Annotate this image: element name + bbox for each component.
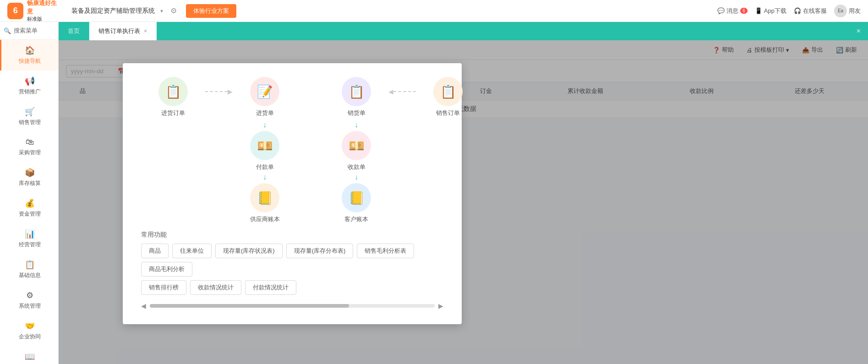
flow-top-row: 📋 进货订单 ▶ 📝 — [141, 77, 443, 117]
func-buttons-row2: 销售排行榜 收款情况统计 付款情况统计 — [141, 280, 443, 295]
modal-overlay: 📋 进货订单 ▶ 📝 — [59, 40, 868, 364]
close-all-tabs[interactable]: × — [849, 27, 868, 35]
sidebar-item-beginner[interactable]: 📖 新手引导 — [0, 346, 58, 364]
func-btn-product-profit[interactable]: 商品毛利分析 — [141, 262, 192, 277]
tab-home[interactable]: 首页 — [59, 22, 89, 40]
func-btn-sales-profit[interactable]: 销售毛利分析表 — [357, 244, 414, 258]
sales-icon: 🛒 — [25, 107, 35, 117]
mid-arrows-row: ↓ ↓ — [141, 121, 443, 129]
down-arrow-receipt: ↓ — [324, 173, 388, 181]
logo-area: 6 畅康通好生意 标准版 — [7, 0, 62, 22]
flow-modal: 📋 进货订单 ▶ 📝 — [123, 63, 462, 324]
modal-scrollbar: ◀ ▶ — [141, 299, 443, 315]
sidebar-item-operations[interactable]: 📊 经营管理 — [0, 223, 58, 254]
system-title: 装备及固定资产辅助管理系统 — [71, 7, 155, 15]
system-icon: ⚙ — [26, 290, 33, 300]
scroll-left-arrow[interactable]: ◀ — [141, 302, 146, 310]
sidebar-item-basic-info[interactable]: 📋 基础信息 — [0, 254, 58, 285]
flow-mid-row: 💴 付款单 💴 收款单 — [141, 131, 443, 171]
marketing-icon: 📢 — [25, 76, 35, 86]
app-download-item[interactable]: 📱 App下载 — [755, 7, 786, 15]
arrow-purchase-order-to-bill: ▶ — [205, 88, 233, 106]
scrollbar-track[interactable] — [150, 304, 435, 308]
operations-icon: 📊 — [25, 229, 35, 239]
flow-node-sales-order[interactable]: 📋 销售订单 — [416, 77, 480, 117]
finance-icon: 💰 — [25, 198, 35, 208]
payment-circle[interactable]: 💴 — [250, 131, 279, 160]
sidebar-item-inventory[interactable]: 📦 库存核算 — [0, 162, 58, 193]
basic-info-icon: 📋 — [25, 260, 35, 270]
flow-node-purchase-order[interactable]: 📋 进货订单 — [141, 77, 205, 117]
func-buttons-row1: 商品 往来单位 现存量(库存状况表) 现存量(库存分布表) 销售毛利分析表 商品… — [141, 244, 443, 277]
func-btn-product[interactable]: 商品 — [141, 244, 169, 258]
scroll-right-arrow[interactable]: ▶ — [438, 302, 443, 310]
scrollbar-thumb — [150, 304, 349, 308]
search-icon: 🔍 — [4, 27, 11, 34]
system-settings-icon[interactable]: ⚙ — [170, 6, 177, 15]
message-icon: 💬 — [717, 7, 725, 14]
sidebar-item-marketing[interactable]: 📢 营销推广 — [0, 71, 58, 101]
func-btn-receipt-stats[interactable]: 收款情况统计 — [190, 280, 241, 295]
flow-node-supplier-ledger[interactable]: 📒 供应商账本 — [233, 183, 297, 223]
flow-node-payment[interactable]: 💴 付款单 — [233, 131, 297, 171]
bottom-arrows-row: ↓ ↓ — [141, 173, 443, 181]
search-menu[interactable]: 🔍 搜索菜单 — [0, 22, 58, 40]
close-tab-icon[interactable]: × — [144, 28, 147, 34]
sidebar: 🔍 搜索菜单 🏠 快捷导航 📢 营销推广 🛒 销售管理 🛍 采购管理 📦 — [0, 22, 59, 364]
sidebar-item-purchase[interactable]: 🛍 采购管理 — [0, 132, 58, 162]
flow-node-sales-bill[interactable]: 📋 销货单 — [324, 77, 388, 117]
download-icon: 📱 — [755, 7, 762, 14]
sidebar-item-quick-nav[interactable]: 🏠 快捷导航 — [0, 40, 58, 71]
trial-button[interactable]: 体验行业方案 — [186, 4, 236, 18]
purchase-icon: 🛍 — [26, 137, 34, 147]
message-item[interactable]: 💬 消息 6 — [717, 7, 748, 15]
func-btn-stock-dist[interactable]: 现存量(库存分布表) — [286, 244, 354, 258]
online-service-item[interactable]: 🎧 在线客服 — [794, 7, 827, 15]
avatar: Ea — [834, 5, 847, 17]
beginner-icon: 📖 — [25, 352, 35, 362]
logo-icon: 6 — [7, 3, 23, 19]
common-functions-title: 常用功能 — [141, 231, 443, 239]
service-icon: 🎧 — [794, 7, 801, 14]
flow-node-purchase-bill[interactable]: 📝 进货单 — [233, 77, 297, 117]
func-btn-stock-status[interactable]: 现存量(库存状况表) — [215, 244, 283, 258]
flow-node-receipt[interactable]: 💴 收款单 — [324, 131, 388, 171]
func-btn-payment-stats[interactable]: 付款情况统计 — [245, 280, 296, 295]
down-arrow-payment: ↓ — [233, 173, 297, 181]
down-arrow-purchase: ↓ — [233, 121, 297, 129]
header-right: 💬 消息 6 📱 App下载 🎧 在线客服 Ea 用友 — [717, 5, 861, 17]
logo-text: 畅康通好生意 标准版 — [27, 0, 62, 22]
common-functions: 常用功能 商品 往来单位 现存量(库存状况表) 现存量(库存分布表) 销售毛利分… — [141, 231, 443, 295]
enterprise-icon: 🤝 — [25, 321, 35, 331]
arrow-sales-order-to-bill: ◀ — [388, 88, 416, 106]
flow-bottom-row: 📒 供应商账本 📒 客户账本 — [141, 183, 443, 223]
sidebar-item-finance[interactable]: 💰 资金管理 — [0, 193, 58, 223]
receipt-circle[interactable]: 💴 — [342, 131, 371, 160]
quick-nav-icon: 🏠 — [25, 45, 35, 55]
supplier-ledger-circle[interactable]: 📒 — [250, 183, 279, 212]
message-badge: 6 — [740, 8, 748, 14]
inventory-icon: 📦 — [25, 168, 35, 178]
purchase-bill-circle[interactable]: 📝 — [250, 77, 279, 106]
sales-bill-circle[interactable]: 📋 — [342, 77, 371, 106]
user-item[interactable]: Ea 用友 — [834, 5, 861, 17]
func-btn-partner[interactable]: 往来单位 — [172, 244, 212, 258]
sidebar-item-sales[interactable]: 🛒 销售管理 — [0, 101, 58, 132]
tab-sales-order-exec[interactable]: 销售订单执行表 × — [89, 22, 157, 40]
customer-ledger-circle[interactable]: 📒 — [342, 183, 371, 212]
sidebar-item-system[interactable]: ⚙ 系统管理 — [0, 285, 58, 315]
sales-order-circle[interactable]: 📋 — [433, 77, 463, 106]
system-dropdown-icon[interactable]: ▾ — [160, 8, 163, 14]
tab-bar: 首页 销售订单执行表 × × — [59, 22, 868, 40]
purchase-order-circle[interactable]: 📋 — [158, 77, 188, 106]
func-btn-sales-rank[interactable]: 销售排行榜 — [141, 280, 186, 295]
sidebar-item-enterprise[interactable]: 🤝 企业协同 — [0, 315, 58, 346]
flow-node-customer-ledger[interactable]: 📒 客户账本 — [324, 183, 388, 223]
page-content: ❓ 帮助 🖨 按模板打印 ▾ 📤 导出 🔄 刷新 — [59, 40, 868, 364]
down-arrow-sales: ↓ — [324, 121, 388, 129]
